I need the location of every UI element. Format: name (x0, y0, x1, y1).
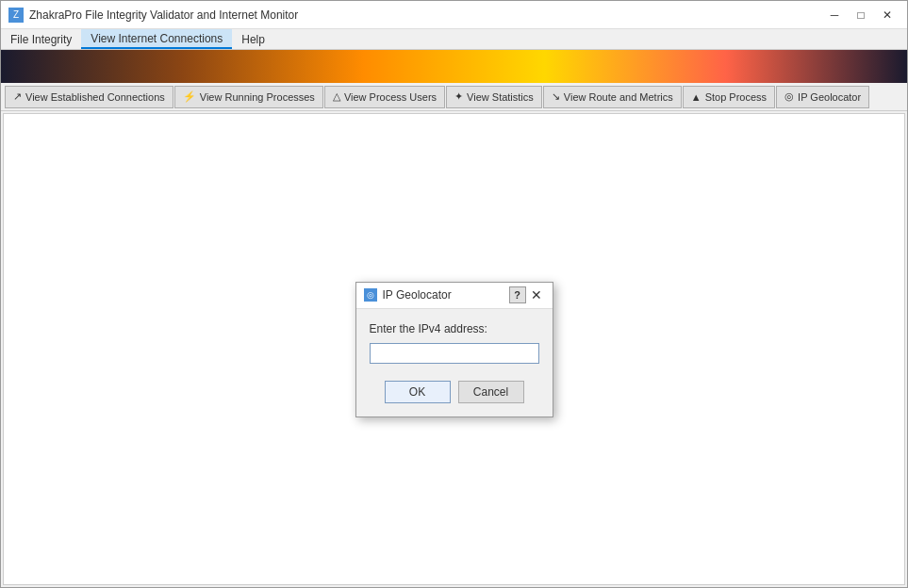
view-established-button[interactable]: ↗ View Established Connections (5, 86, 173, 108)
banner-image (1, 50, 907, 83)
dialog-title: IP Geolocator (383, 288, 452, 302)
dialog-controls: ? ✕ (509, 286, 545, 303)
title-bar-left: Z ZhakraPro File Integrity Validator and… (8, 8, 298, 23)
route-label: View Route and Metrics (564, 91, 673, 103)
close-button[interactable]: ✕ (875, 6, 900, 24)
dialog-body: Enter the IPv4 address: (356, 309, 553, 373)
view-statistics-button[interactable]: ✦ View Statistics (446, 86, 542, 108)
toolbar: ↗ View Established Connections ⚡ View Ru… (1, 83, 907, 111)
dialog-title-left: ◎ IP Geolocator (364, 288, 452, 302)
dialog-label: Enter the IPv4 address: (370, 322, 539, 335)
dialog-title-bar: ◎ IP Geolocator ? ✕ (356, 283, 553, 309)
main-window: Z ZhakraPro File Integrity Validator and… (0, 0, 908, 588)
geolocator-icon: ◎ (784, 90, 794, 103)
dialog-ok-button[interactable]: OK (385, 381, 451, 403)
dialog-overlay: ◎ IP Geolocator ? ✕ Enter the IPv4 addre… (4, 114, 904, 584)
menu-help[interactable]: Help (232, 29, 274, 49)
dialog-close-button[interactable]: ✕ (528, 286, 545, 303)
running-label: View Running Processes (200, 91, 315, 103)
view-route-button[interactable]: ↘ View Route and Metrics (543, 86, 682, 108)
menu-bar: File Integrity View Internet Connections… (1, 29, 907, 50)
geolocator-label: IP Geolocator (798, 91, 861, 103)
dialog-app-icon: ◎ (364, 288, 377, 302)
stop-icon: ▲ (691, 91, 702, 103)
users-icon: △ (333, 90, 340, 103)
stop-label: Stop Process (705, 91, 767, 103)
dialog-buttons: OK Cancel (356, 373, 553, 416)
menu-view-internet[interactable]: View Internet Connections (81, 29, 232, 49)
statistics-label: View Statistics (467, 91, 534, 103)
title-bar: Z ZhakraPro File Integrity Validator and… (1, 1, 907, 29)
dialog-help-button[interactable]: ? (509, 286, 526, 303)
established-label: View Established Connections (25, 91, 165, 103)
ip-geolocator-button[interactable]: ◎ IP Geolocator (776, 86, 869, 108)
view-users-button[interactable]: △ View Process Users (324, 86, 445, 108)
app-icon: Z (8, 8, 24, 23)
maximize-button[interactable]: □ (849, 6, 873, 24)
title-bar-controls: ─ □ ✕ (822, 6, 900, 24)
main-content-area: ◎ IP Geolocator ? ✕ Enter the IPv4 addre… (3, 113, 905, 585)
window-title: ZhakraPro File Integrity Validator and I… (29, 8, 298, 22)
ipv4-input[interactable] (370, 343, 539, 364)
statistics-icon: ✦ (454, 90, 463, 103)
stop-process-button[interactable]: ▲ Stop Process (683, 86, 775, 108)
ip-geolocator-dialog: ◎ IP Geolocator ? ✕ Enter the IPv4 addre… (355, 282, 553, 417)
users-label: View Process Users (344, 91, 437, 103)
dialog-cancel-button[interactable]: Cancel (458, 381, 524, 403)
minimize-button[interactable]: ─ (822, 6, 847, 24)
route-icon: ↘ (552, 90, 560, 103)
menu-file-integrity[interactable]: File Integrity (1, 29, 81, 49)
established-icon: ↗ (13, 90, 22, 103)
view-running-button[interactable]: ⚡ View Running Processes (174, 86, 323, 108)
running-icon: ⚡ (183, 90, 196, 103)
